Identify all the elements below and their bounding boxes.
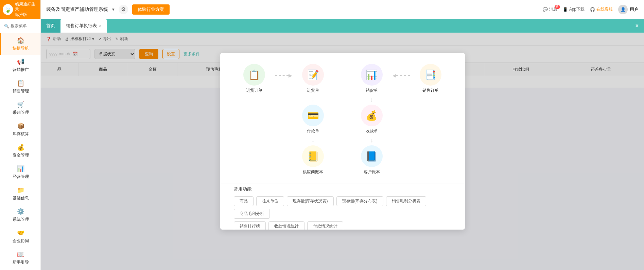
logo-icon: 🍃 [3,4,13,15]
flow-node-purchase-order[interactable]: 📋 进货订单 [234,64,275,93]
search-icon: 🔍 [4,24,9,29]
logo-text: 畅康通好生意 标推版 [15,2,38,18]
app-download-button[interactable]: 📱 App下载 [563,6,585,12]
search-menu-button[interactable]: 🔍 搜索菜单 [3,22,38,30]
newbie-icon: 📖 [17,251,24,258]
tab-sales-order[interactable]: 销售订单执行表 × [60,19,107,33]
header-right: 💬 消息 5 📱 App下载 🎧 在线客服 👤 用户 [543,5,639,14]
sidebar-item-quick-nav[interactable]: 🏠 快捷导航 [0,33,40,55]
sales-order-icon: 📑 [420,64,441,86]
top-header: 装备及固定资产辅助管理系统 ▾ ⚙ 体验行业方案 💬 消息 5 📱 App下载 … [41,0,644,19]
sidebar-item-enterprise[interactable]: 🤝 企业协同 [0,226,40,247]
basic-icon: 📁 [17,186,24,194]
sidebar-item-sales[interactable]: 📋 销售管理 [0,76,40,97]
system-dropdown[interactable]: ▾ [112,7,115,12]
common-buttons-row2: 销售排行榜 收款情况统计 付款情况统计 [234,221,451,230]
flow-node-customer-ledger[interactable]: 📘 客户账本 [351,145,392,175]
common-functions-title: 常用功能 [234,186,451,192]
quick-nav-dialog: 📋 进货订单 ▶ 📝 进货单 [220,53,465,230]
tab-bar: 首页 销售订单执行表 × × [41,19,644,33]
sales-icon: 📋 [17,79,24,87]
common-btn-partner[interactable]: 往来单位 [256,196,284,206]
sidebar-search[interactable]: 🔍 搜索菜单 [0,19,40,33]
user-menu[interactable]: 👤 用户 [618,5,639,14]
payment-bill-label: 付款单 [307,128,319,134]
dialog-overlay[interactable]: 📋 进货订单 ▶ 📝 进货单 [41,33,644,270]
flow-node-sales-order[interactable]: 📑 销售订单 [410,64,451,93]
service-icon: 🎧 [590,7,595,12]
common-functions-section: 常用功能 商品 往来单位 现存量(库存状况表) 现存量(库存分布表) 销售毛利分… [220,183,465,230]
sidebar-item-basic[interactable]: 📁 基础信息 [0,183,40,204]
message-button[interactable]: 💬 消息 5 [543,6,557,12]
marketing-icon: 📢 [17,58,24,66]
receipt-bill-label: 收款单 [366,128,378,134]
flow-node-sales-bill[interactable]: 📊 销货单 [351,64,392,93]
sidebar-item-system[interactable]: ⚙️ 系统管理 [0,204,40,226]
common-btn-payment-stats[interactable]: 付款情况统计 [307,221,343,230]
sidebar-item-marketing[interactable]: 📢 营销推广 [0,55,40,76]
system-title: 装备及固定资产辅助管理系统 [46,6,108,13]
online-service-button[interactable]: 🎧 在线客服 [590,6,613,12]
tab-home[interactable]: 首页 [41,19,60,33]
flow-node-purchase-bill[interactable]: 📝 进货单 [292,64,333,93]
sidebar-item-finance[interactable]: 💰 资金管理 [0,140,40,162]
purchase-icon: 🛒 [17,101,24,108]
customer-ledger-label: 客户账本 [364,169,380,175]
purchase-order-icon: 📋 [243,64,265,86]
common-btn-sales-rank[interactable]: 销售排行榜 [234,221,266,230]
common-buttons-container: 商品 往来单位 现存量(库存状况表) 现存量(库存分布表) 销售毛利分析表 商品… [234,196,451,219]
operation-icon: 📊 [17,165,24,173]
common-btn-sales-profit[interactable]: 销售毛利分析表 [386,196,426,206]
main-content: 装备及固定资产辅助管理系统 ▾ ⚙ 体验行业方案 💬 消息 5 📱 App下载 … [41,0,644,270]
sidebar: 🍃 畅康通好生意 标推版 🔍 搜索菜单 🏠 快捷导航 📢 营销推广 [0,0,41,270]
receipt-bill-icon: 💰 [361,105,383,126]
app-icon: 📱 [563,7,568,12]
flow-node-payment-bill[interactable]: 💳 付款单 [292,105,333,134]
sidebar-item-purchase[interactable]: 🛒 采购管理 [0,97,40,119]
inventory-icon: 📦 [17,122,24,130]
sidebar-nav: 🏠 快捷导航 📢 营销推广 📋 销售管理 🛒 采购管理 📦 库存核算 💰 [0,33,40,270]
sidebar-item-operation[interactable]: 📊 经营管理 [0,162,40,183]
sidebar-item-newbie[interactable]: 📖 新手引导 [0,247,40,269]
common-btn-stock-status[interactable]: 现存量(库存状况表) [287,196,334,206]
message-badge: 5 [555,5,560,9]
flow-section: 📋 进货订单 ▶ 📝 进货单 [220,53,465,183]
page-content: ❓ 帮助 🖨 按模板打印 ▾ ↗ 导出 ↻ 刷新 [41,33,644,270]
enterprise-icon: 🤝 [17,229,24,237]
supplier-ledger-icon: 📒 [302,145,324,167]
home-icon: 🏠 [17,37,24,44]
common-btn-receipt-stats[interactable]: 收款情况统计 [268,221,304,230]
settings-icon[interactable]: ⚙ [119,5,128,14]
sidebar-logo: 🍃 畅康通好生意 标推版 [0,0,40,19]
trial-button[interactable]: 体验行业方案 [132,4,170,15]
purchase-bill-icon: 📝 [302,64,324,86]
common-btn-product[interactable]: 商品 [234,196,254,206]
common-btn-product-profit[interactable]: 商品毛利分析 [234,209,270,219]
sales-bill-label: 销货单 [366,88,378,93]
sales-order-label: 销售订单 [422,88,439,93]
payment-bill-icon: 💳 [302,105,324,126]
customer-ledger-icon: 📘 [361,145,383,167]
purchase-bill-label: 进货单 [307,88,319,93]
chevron-down-icon: ▾ [112,7,115,12]
supplier-ledger-label: 供应商账本 [303,169,323,175]
flow-node-supplier-ledger[interactable]: 📒 供应商账本 [292,145,333,175]
tab-close-icon[interactable]: × [99,23,101,28]
avatar: 👤 [618,5,628,14]
sales-bill-icon: 📊 [361,64,383,86]
purchase-order-label: 进货订单 [246,88,262,93]
flow-node-receipt-bill[interactable]: 💰 收款单 [351,105,392,134]
common-btn-stock-dist[interactable]: 现存量(库存分布表) [336,196,383,206]
sidebar-item-inventory[interactable]: 📦 库存核算 [0,119,40,140]
finance-icon: 💰 [17,144,24,151]
message-icon: 💬 [543,7,548,12]
tab-bar-close[interactable]: × [636,23,639,29]
system-icon: ⚙️ [17,208,24,215]
